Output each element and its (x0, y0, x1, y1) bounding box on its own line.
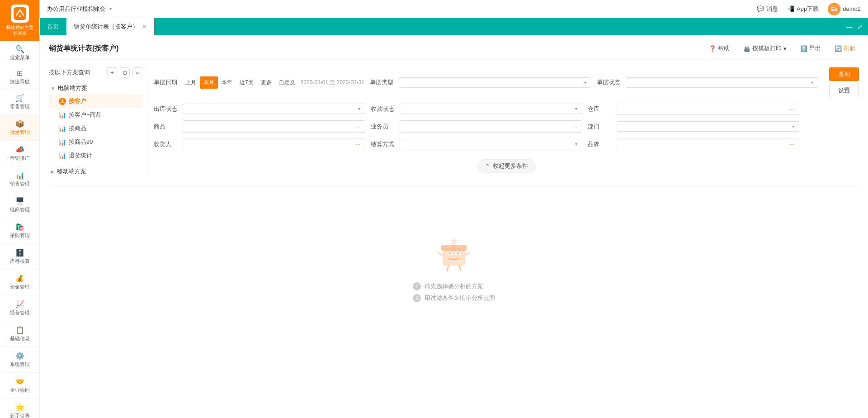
scheme-settings-btn[interactable]: ⊙ (120, 67, 130, 77)
tab-close-icon[interactable]: ✕ (142, 24, 146, 30)
svg-point-6 (449, 252, 451, 254)
message-btn[interactable]: 💬 消息 (757, 5, 778, 13)
scheme-group-desktop-header[interactable]: ▼ 电脑端方案 (49, 82, 142, 95)
settlement-control[interactable]: ▾ (400, 139, 582, 149)
settings-button[interactable]: 设置 (829, 84, 859, 97)
user-menu[interactable]: Ea demo2 (828, 3, 861, 15)
bar-chart-icon-4: 📊 (59, 152, 66, 159)
tab-minimize-btn[interactable]: — (846, 23, 853, 30)
scheme-group-mobile-header[interactable]: ▶ 移动端方案 (49, 165, 142, 178)
refresh-btn[interactable]: 🔄 刷新 (831, 43, 859, 54)
tab-maximize-btn[interactable]: ⤢ (857, 23, 863, 30)
department-control[interactable]: ▾ (617, 121, 799, 132)
doc-type-label: 单据类型 (370, 78, 395, 86)
sidebar-item-marketing[interactable]: 📣 营销推广 (0, 141, 39, 166)
salesperson-label: 业务员 (371, 123, 396, 131)
scheme-collapse-btn[interactable]: « (132, 67, 142, 77)
svg-rect-2 (443, 248, 465, 266)
sidebar-item-finance[interactable]: 💰 资金管理 (0, 270, 39, 295)
scheme-add-btn[interactable]: + (107, 67, 117, 77)
group-expand-icon: ▼ (51, 86, 55, 91)
sidebar-item-inventory[interactable]: 🗄️ 库存核算 (0, 244, 39, 270)
scheme-item-return-stat[interactable]: 📊 退货统计 (49, 149, 142, 162)
tab-sales-stat[interactable]: 销货单统计表（按客户） ✕ (66, 18, 154, 35)
ship-status-dropdown-icon: ▾ (358, 106, 360, 111)
brand-control[interactable]: ··· (617, 138, 799, 150)
sidebar-item-finance-label: 资金管理 (10, 284, 30, 290)
filter-row-1: 单据日期 上月 本月 本年 近7天 更多 自定义 2023-03-01 至 20… (154, 67, 859, 97)
inventory-icon: 🗄️ (15, 248, 24, 257)
department-label: 部门 (588, 123, 613, 131)
bar-chart-icon-1: 📊 (59, 112, 66, 119)
btn-custom[interactable]: 自定义 (275, 76, 299, 89)
btn-this-year[interactable]: 本年 (218, 76, 236, 89)
scheme-panel: 按以下方案查询 + ⊙ « ▼ 电脑端方案 人 按客户 (49, 67, 148, 180)
scheme-item-by-goods-99-label: 按商品99 (69, 138, 93, 146)
sidebar-item-enterprise[interactable]: 🤝 企业协同 (0, 373, 39, 399)
bar-chart-icon-2: 📊 (59, 125, 66, 132)
query-button[interactable]: 查询 (829, 67, 859, 81)
sidebar-item-operation-label: 经营管理 (10, 309, 30, 316)
scheme-item-return-stat-label: 退货统计 (69, 152, 92, 160)
doc-status-control[interactable]: ▾ (626, 77, 818, 88)
btn-this-month[interactable]: 本月 (200, 76, 218, 89)
sidebar-item-ecommerce[interactable]: 🖥️ 电商管理 (0, 192, 39, 218)
scheme-item-by-customer-goods[interactable]: 📊 按客户+商品 (49, 108, 142, 122)
sidebar-item-retail[interactable]: 🛒 零售管理 (0, 89, 39, 115)
sidebar-item-wholesale[interactable]: 📦 批发管理 (0, 115, 39, 141)
app-title-dropdown-icon[interactable]: ▾ (109, 6, 112, 11)
warehouse-more-icon: ··· (789, 105, 794, 112)
header-divider (49, 61, 859, 61)
doc-type-control[interactable]: ▾ (399, 77, 591, 88)
print-icon: 🖨️ (743, 45, 750, 52)
tab-sales-stat-label: 销货单统计表（按客户） (74, 23, 138, 31)
btn-last-7-days[interactable]: 近7天 (236, 76, 257, 89)
warehouse-control[interactable]: ··· (617, 103, 799, 115)
salesperson-control[interactable]: ··· (400, 120, 582, 133)
sidebar-item-basics-label: 基础信息 (10, 335, 30, 342)
print-dropdown-icon[interactable]: ▾ (783, 45, 787, 52)
ship-status-control[interactable]: ▾ (183, 104, 365, 114)
scheme-item-by-goods[interactable]: 📊 按商品 (49, 122, 142, 135)
sidebar-item-basics[interactable]: 📋 基础信息 (0, 321, 39, 347)
page-title: 销货单统计表(按客户) (49, 44, 705, 53)
payment-status-control[interactable]: ▾ (400, 104, 582, 114)
refresh-icon: 🔄 (835, 45, 842, 52)
quick-nav-item[interactable]: ⊞ 快捷导航 (0, 65, 39, 89)
sidebar-item-purchase[interactable]: 🛍️ 采购管理 (0, 218, 39, 244)
query-actions: 查询 设置 (829, 67, 859, 97)
page-actions: ❓ 帮助 🖨️ 按模板打印 ▾ ⬆️ 导出 🔄 刷新 (705, 43, 859, 54)
hint-list: 1 请先选择要分析的方案 2 用过滤条件来缩小分析范围 (413, 282, 495, 306)
system-icon: ⚙️ (15, 352, 24, 360)
tab-home[interactable]: 首页 (40, 18, 66, 35)
app-download-btn[interactable]: 📲 App下载 (787, 5, 819, 13)
print-label: 按模板打印 (752, 44, 782, 52)
search-menu-item[interactable]: 🔍 搜索菜单 (0, 41, 39, 65)
message-icon: 💬 (757, 5, 764, 12)
date-range-display: 2023-03-01 至 2023-03-31 (301, 79, 364, 86)
sidebar-item-sales[interactable]: 📊 销售管理 (0, 166, 39, 192)
print-btn[interactable]: 🖨️ 按模板打印 ▾ (740, 43, 790, 54)
scheme-item-by-customer-label: 按客户 (69, 97, 86, 105)
scheme-item-by-goods-99[interactable]: 📊 按商品99 (49, 135, 142, 149)
filter-panel: 单据日期 上月 本月 本年 近7天 更多 自定义 2023-03-01 至 20… (154, 67, 859, 180)
collapse-row: ⌃ 收起更多条件 (154, 156, 859, 176)
btn-more[interactable]: 更多 (257, 76, 275, 89)
btn-last-month[interactable]: 上月 (182, 76, 200, 89)
export-icon: ⬆️ (800, 45, 807, 52)
filter-item-doc-type: 单据类型 ▾ (370, 77, 591, 88)
help-btn[interactable]: ❓ 帮助 (705, 43, 733, 54)
receiver-control[interactable]: ··· (183, 138, 365, 150)
filter-item-goods: 商品 ··· (154, 120, 365, 133)
filter-item-warehouse: 仓库 ··· (588, 103, 799, 115)
sidebar-item-system[interactable]: ⚙️ 系统管理 (0, 347, 39, 373)
goods-control[interactable]: ··· (183, 120, 365, 133)
sidebar-item-operation[interactable]: 📈 经营管理 (0, 295, 39, 321)
sidebar-item-newbie[interactable]: 🌟 新手引导 (0, 399, 39, 418)
finance-icon: 💰 (15, 274, 24, 283)
collapse-btn[interactable]: ⌃ 收起更多条件 (477, 159, 536, 173)
scheme-item-by-customer[interactable]: 人 按客户 (49, 95, 142, 108)
sidebar-item-newbie-label: 新手引导 (10, 413, 30, 418)
export-btn[interactable]: ⬆️ 导出 (797, 43, 825, 54)
payment-status-dropdown-icon: ▾ (575, 106, 577, 111)
